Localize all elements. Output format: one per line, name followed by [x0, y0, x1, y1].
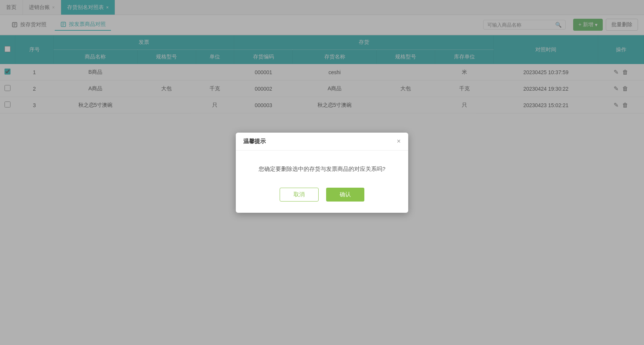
- modal-cancel-button[interactable]: 取消: [280, 188, 319, 202]
- modal-close-button[interactable]: ×: [397, 138, 401, 145]
- modal-message: 您确定要删除选中的存货与发票商品的对应关系吗?: [259, 166, 385, 172]
- modal-body: 您确定要删除选中的存货与发票商品的对应关系吗?: [236, 151, 408, 184]
- modal-title: 温馨提示: [243, 138, 266, 145]
- modal-overlay: 温馨提示 × 您确定要删除选中的存货与发票商品的对应关系吗? 取消 确认: [0, 0, 644, 345]
- modal-confirm-button[interactable]: 确认: [326, 188, 364, 202]
- modal-header: 温馨提示 ×: [236, 133, 408, 151]
- modal-footer: 取消 确认: [236, 184, 408, 213]
- modal-dialog: 温馨提示 × 您确定要删除选中的存货与发票商品的对应关系吗? 取消 确认: [236, 133, 408, 213]
